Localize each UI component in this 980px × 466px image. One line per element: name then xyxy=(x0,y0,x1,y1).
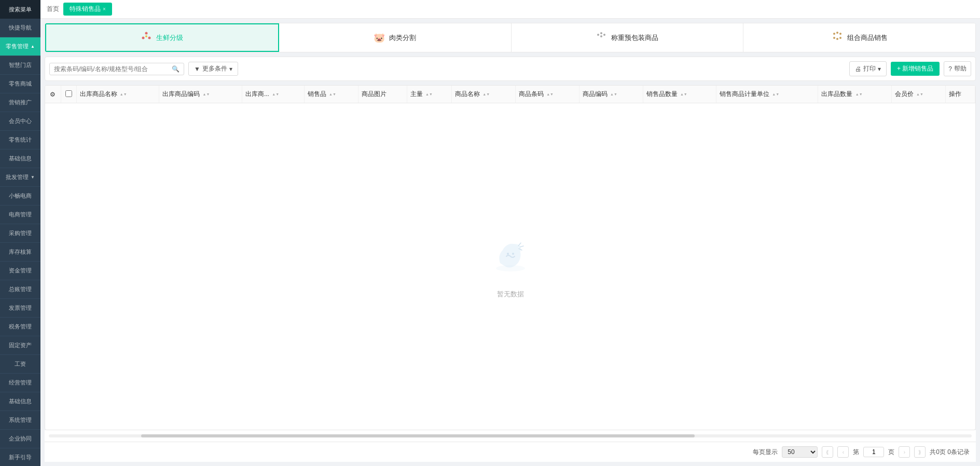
page-size-select[interactable]: 10 20 50 100 xyxy=(782,446,818,458)
col-sales-item[interactable]: 销售品 ▲▼ xyxy=(304,86,358,103)
prev-page-button[interactable]: ‹ xyxy=(837,446,849,458)
weight-prepack-icon xyxy=(596,31,607,45)
cat-tab-weight-prepack[interactable]: 称重预包装商品 xyxy=(512,23,744,52)
last-page-button[interactable]: ⟫ xyxy=(914,446,926,458)
col-product-name[interactable]: 商品名称 ▲▼ xyxy=(451,86,515,103)
sidebar-logo[interactable]: 搜索菜单 xyxy=(0,0,40,19)
sidebar-item-tax-mgmt[interactable]: 税务管理 xyxy=(0,318,40,336)
sidebar-item-fixed-assets[interactable]: 固定资产 xyxy=(0,336,40,355)
sidebar-item-member-center[interactable]: 会员中心 xyxy=(0,112,40,131)
sidebar-item-basic-info[interactable]: 基础信息 xyxy=(0,149,40,168)
col-product-code[interactable]: 商品编码 ▲▼ xyxy=(579,86,643,103)
sidebar-item-purchase-mgmt[interactable]: 采购管理 xyxy=(0,224,40,243)
sort-arrows: ▲▼ xyxy=(855,92,863,96)
sidebar-item-corp-agreement[interactable]: 企业协同 xyxy=(0,430,40,448)
sort-arrows: ▲▼ xyxy=(120,92,127,96)
sidebar-item-general-ledger[interactable]: 总账管理 xyxy=(0,280,40,299)
sidebar-item-retail-stats[interactable]: 零售统计 xyxy=(0,131,40,149)
sidebar-item-invoice-mgmt[interactable]: 发票管理 xyxy=(0,299,40,318)
toolbar: 🔍 ▼ 更多条件 ▾ 🖨 打印 ▾ + 新增销售品 ? 帮助 xyxy=(45,57,976,81)
sidebar-item-label: 新手引导 xyxy=(9,454,32,461)
sidebar-item-basic-info2[interactable]: 基础信息 xyxy=(0,392,40,411)
scrollbar-thumb[interactable] xyxy=(141,434,695,437)
svg-point-10 xyxy=(839,33,841,35)
col-member-price[interactable]: 会员价 ▲▼ xyxy=(891,86,946,103)
sidebar-item-wages[interactable]: 工资 xyxy=(0,355,40,374)
col-settings[interactable]: ⚙ xyxy=(45,86,61,103)
page-number-input[interactable] xyxy=(863,447,884,457)
sidebar-item-label: 基础信息 xyxy=(9,155,32,162)
sidebar-item-label: 税务管理 xyxy=(9,323,32,331)
sidebar-item-label: 固定资产 xyxy=(9,341,32,349)
chevron-down-icon: ▼ xyxy=(31,175,35,180)
svg-point-17 xyxy=(512,253,514,255)
cat-tab-fresh-grading[interactable]: 生鲜分级 xyxy=(45,23,279,52)
chevron-down-icon: ▾ xyxy=(229,65,232,73)
col-sales-qty[interactable]: 销售品数量 ▲▼ xyxy=(643,86,716,103)
sidebar-item-retail-mgmt[interactable]: 零售管理 ▲ xyxy=(0,37,40,56)
sidebar-item-label: 总账管理 xyxy=(9,285,32,293)
sidebar-item-label: 经营管理 xyxy=(9,379,32,387)
col-barcode[interactable]: 商品条码 ▲▼ xyxy=(515,86,579,103)
first-page-button[interactable]: ⟪ xyxy=(822,446,833,458)
sidebar-item-quick-nav[interactable]: 快捷导航 xyxy=(0,19,40,37)
col-weight[interactable]: 主量 ▲▼ xyxy=(407,86,451,103)
sort-arrows: ▲▼ xyxy=(772,92,779,96)
sidebar-item-inventory[interactable]: 库存核算 xyxy=(0,243,40,262)
svg-point-5 xyxy=(600,32,602,34)
filter-button[interactable]: ▼ 更多条件 ▾ xyxy=(188,62,238,76)
select-all-checkbox[interactable] xyxy=(65,90,72,97)
sidebar-item-wholesale-mgmt[interactable]: 批发管理 ▼ xyxy=(0,168,40,187)
search-icon: 🔍 xyxy=(172,65,180,73)
sidebar-item-label: 小畅电商 xyxy=(9,192,32,200)
sidebar-item-new-guide[interactable]: 新手引导 xyxy=(0,448,40,466)
search-input[interactable] xyxy=(54,65,170,73)
total-label: 共0页 0条记录 xyxy=(930,448,970,457)
pagination-bar: 每页显示 10 20 50 100 ⟪ ‹ 第 页 › ⟫ 共0页 0条记录 xyxy=(45,442,976,462)
svg-point-6 xyxy=(603,34,605,36)
col-outlet-qty[interactable]: 出库品数量 ▲▼ xyxy=(818,86,891,103)
sort-arrows: ▲▼ xyxy=(425,92,433,96)
sidebar-item-mini-ecomm[interactable]: 小畅电商 xyxy=(0,187,40,205)
sidebar-item-smart-store[interactable]: 智慧门店 xyxy=(0,56,40,75)
page-label: 第 xyxy=(853,448,859,457)
sidebar-item-label: 批发管理 xyxy=(6,173,29,181)
h-scroll-container xyxy=(45,430,976,442)
col-sales-unit[interactable]: 销售商品计量单位 ▲▼ xyxy=(716,86,818,103)
scrollbar-track[interactable] xyxy=(49,434,972,437)
sort-arrows: ▲▼ xyxy=(680,92,687,96)
sidebar-item-label: 零售商城 xyxy=(9,80,32,88)
sidebar-item-capital-mgmt[interactable]: 资金管理 xyxy=(0,262,40,280)
close-tab-icon[interactable]: × xyxy=(103,6,106,12)
next-page-button[interactable]: › xyxy=(899,446,910,458)
col-outlet-spec[interactable]: 出库商... ▲▼ xyxy=(242,86,304,103)
sidebar-item-label: 资金管理 xyxy=(9,267,32,275)
sidebar-item-sys-mgmt[interactable]: 系统管理 xyxy=(0,411,40,430)
sort-arrows: ▲▼ xyxy=(916,92,923,96)
sidebar-item-label: 系统管理 xyxy=(9,416,32,424)
sidebar-item-retail-mall[interactable]: 零售商城 xyxy=(0,75,40,93)
col-product-img[interactable]: 商品图片 xyxy=(358,86,407,103)
sidebar: 搜索菜单 快捷导航 零售管理 ▲ 智慧门店 零售商城 营销推广 会员中心 零售统… xyxy=(0,0,40,466)
sidebar-item-label: 采购管理 xyxy=(9,229,32,237)
print-button[interactable]: 🖨 打印 ▾ xyxy=(849,61,887,76)
fresh-grading-icon xyxy=(141,31,152,45)
sidebar-item-ops-mgmt[interactable]: 经营管理 xyxy=(0,374,40,392)
active-tab[interactable]: 特殊销售品 × xyxy=(63,3,112,16)
sidebar-item-label: 基础信息 xyxy=(9,398,32,405)
col-outlet-name[interactable]: 出库商品名称 ▲▼ xyxy=(76,86,159,103)
svg-point-13 xyxy=(839,37,841,39)
svg-point-12 xyxy=(836,38,838,40)
cat-tab-meat-cutting[interactable]: 🐷 肉类分割 xyxy=(279,23,512,52)
cat-tab-combo-sales[interactable]: 组合商品销售 xyxy=(743,23,975,52)
home-link[interactable]: 首页 xyxy=(47,5,59,13)
add-product-button[interactable]: + 新增销售品 xyxy=(891,62,940,76)
sidebar-item-ecomm-mgmt[interactable]: 电商管理 xyxy=(0,205,40,224)
filter-icon: ▼ xyxy=(194,65,200,73)
col-checkbox[interactable] xyxy=(61,86,76,103)
svg-point-2 xyxy=(148,37,151,39)
sidebar-item-label: 零售管理 xyxy=(6,43,29,50)
help-button[interactable]: ? 帮助 xyxy=(944,61,971,76)
sidebar-item-sales-promo[interactable]: 营销推广 xyxy=(0,93,40,112)
col-outlet-code[interactable]: 出库商品编码 ▲▼ xyxy=(159,86,242,103)
